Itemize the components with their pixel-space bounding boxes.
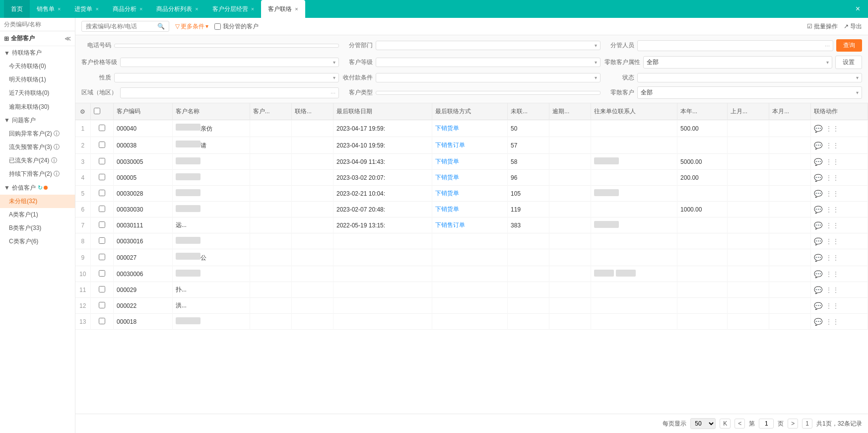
tab-customer-segment-close[interactable]: ×	[251, 6, 254, 12]
tab-product-analysis-close[interactable]: ×	[139, 6, 142, 12]
row-checkbox[interactable]	[99, 190, 105, 196]
person-input[interactable]: ···	[637, 40, 833, 51]
region-input[interactable]: ···	[120, 87, 339, 98]
last-contact-method[interactable]: 下销货单	[432, 120, 507, 137]
last-month-col-header[interactable]: 上月...	[728, 103, 769, 120]
last-contact-method[interactable]	[432, 249, 507, 266]
tab-purchase-close[interactable]: ×	[95, 6, 98, 12]
sidebar-collapse-icon[interactable]: ≪	[65, 35, 71, 42]
last-contact-method[interactable]	[432, 314, 507, 330]
tab-customer-segment[interactable]: 客户分层经营 ×	[205, 0, 261, 18]
unlink-col-header[interactable]: 未联...	[508, 103, 549, 120]
price-level-input[interactable]: ▾	[120, 58, 339, 67]
last-contact-method[interactable]: 下销售订单	[432, 137, 507, 154]
more-action-icon[interactable]: ⋮⋮	[825, 190, 839, 198]
checkbox-col-header[interactable]	[90, 103, 114, 120]
more-action-icon[interactable]: ⋮⋮	[825, 286, 839, 294]
sidebar-item-class-c[interactable]: C类客户(6)	[0, 235, 75, 248]
more-action-icon[interactable]: ⋮⋮	[825, 158, 839, 166]
row-checkbox[interactable]	[99, 158, 105, 164]
contact-action-icon[interactable]: 💬	[814, 142, 822, 149]
row-checkbox[interactable]	[99, 286, 105, 292]
value-group-refresh-icon[interactable]: ↻	[38, 184, 43, 191]
problem-group-title[interactable]: ▼ 问题客户	[0, 114, 75, 127]
contact-action-icon[interactable]: 💬	[814, 190, 822, 198]
region-dots-icon[interactable]: ···	[331, 89, 335, 96]
contact-action-icon[interactable]: 💬	[814, 174, 822, 182]
next-page-button[interactable]: >	[788, 419, 798, 429]
sidebar-item-class-a[interactable]: A类客户(1)	[0, 208, 75, 221]
my-customers-checkbox[interactable]: 我分管的客户	[214, 22, 259, 31]
contact-action-icon[interactable]: 💬	[814, 270, 822, 278]
last-contact-method[interactable]	[432, 266, 507, 282]
sidebar-item-repurchase-abnormal[interactable]: 回购异常客户(2) ⓘ	[0, 127, 75, 141]
more-action-icon[interactable]: ⋮⋮	[825, 221, 839, 229]
sidebar-item-declining[interactable]: 持续下滑客户(2) ⓘ	[0, 167, 75, 181]
more-action-icon[interactable]: ⋮⋮	[825, 254, 839, 262]
pending-group-title[interactable]: ▼ 待联络客户	[0, 46, 75, 60]
search-icon[interactable]: 🔍	[157, 23, 165, 30]
last-page-button[interactable]: 1	[802, 419, 812, 429]
prev-page-button[interactable]: <	[734, 419, 745, 429]
select-all-checkbox[interactable]	[94, 108, 100, 114]
contact-action-icon[interactable]: 💬	[814, 254, 822, 262]
tab-product-analysis[interactable]: 商品分析 ×	[106, 0, 149, 18]
more-action-icon[interactable]: ⋮⋮	[825, 318, 839, 326]
tab-purchase[interactable]: 进货单 ×	[67, 0, 105, 18]
sidebar-item-overdue-pending[interactable]: 逾期未联络(30)	[0, 100, 75, 114]
last-contact-method[interactable]: 下销货单	[432, 202, 507, 217]
tab-customer-contact[interactable]: 客户联络 ×	[261, 0, 305, 18]
contact-action-icon[interactable]: 💬	[814, 237, 822, 245]
tab-sales-close[interactable]: ×	[58, 6, 61, 12]
retail-attr-input[interactable]: 全部 ▾	[643, 56, 832, 69]
page-input[interactable]	[759, 419, 774, 429]
row-checkbox[interactable]	[99, 125, 105, 131]
first-page-button[interactable]: K	[720, 419, 731, 429]
customer-level-input[interactable]: ▾	[376, 58, 601, 67]
my-customers-check[interactable]	[214, 23, 221, 30]
more-conditions-button[interactable]: ▽ 更多条件 ▾	[175, 22, 208, 31]
query-button[interactable]: 查询	[836, 39, 862, 52]
row-checkbox[interactable]	[99, 270, 105, 277]
last-contact-method[interactable]: 下销货单	[432, 154, 507, 170]
last-contact-method[interactable]: 下销售订单	[432, 217, 507, 233]
row-checkbox[interactable]	[99, 318, 105, 324]
contact-action-icon[interactable]: 💬	[814, 286, 822, 294]
contact-action-icon[interactable]: 💬	[814, 125, 822, 133]
sidebar-item-today-pending[interactable]: 今天待联络(0)	[0, 60, 75, 73]
contact-action-icon[interactable]: 💬	[814, 206, 822, 214]
reset-button[interactable]: 设置	[835, 56, 862, 69]
row-checkbox[interactable]	[99, 142, 105, 148]
year-amt-col-header[interactable]: 本年...	[677, 103, 728, 120]
customer-type-input[interactable]	[376, 91, 601, 95]
sidebar-item-loss-warning[interactable]: 流失预警客户(3) ⓘ	[0, 141, 75, 154]
sidebar-item-class-b[interactable]: B类客户(33)	[0, 221, 75, 235]
tab-product-analysis-list[interactable]: 商品分析列表 ×	[149, 0, 205, 18]
row-checkbox[interactable]	[99, 206, 105, 212]
contacts-col-header[interactable]: 往来单位联系人	[591, 103, 677, 120]
this-month-col-header[interactable]: 本月...	[769, 103, 811, 120]
contact-action-icon[interactable]: 💬	[814, 302, 822, 310]
sidebar-item-7day-pending[interactable]: 近7天待联络(0)	[0, 86, 75, 100]
last-contact-method[interactable]	[432, 298, 507, 314]
more-action-icon[interactable]: ⋮⋮	[825, 174, 839, 182]
more-action-icon[interactable]: ⋮⋮	[825, 125, 839, 133]
retail-customer-input[interactable]: 全部 ▾	[637, 86, 862, 99]
more-action-icon[interactable]: ⋮⋮	[825, 302, 839, 310]
last-contact-method[interactable]	[432, 282, 507, 298]
more-action-icon[interactable]: ⋮⋮	[825, 237, 839, 245]
last-date-col-header[interactable]: 最后联络日期	[334, 103, 432, 120]
value-group-title[interactable]: ▼ 价值客户 ↻	[0, 181, 75, 195]
settings-col-header[interactable]: ⚙	[75, 103, 90, 120]
tab-sales[interactable]: 销售单 ×	[30, 0, 67, 18]
payment-input[interactable]: ▾	[376, 73, 601, 82]
row-checkbox[interactable]	[99, 237, 105, 244]
window-close-button[interactable]: ×	[852, 4, 864, 13]
last-contact-method[interactable]	[432, 233, 507, 249]
contact-action-icon[interactable]: 💬	[814, 318, 822, 326]
name-col-header[interactable]: 客户名称	[172, 103, 250, 120]
last-contact-method[interactable]: 下销货单	[432, 170, 507, 186]
status-input[interactable]: ▾	[637, 73, 862, 82]
bulk-ops-button[interactable]: ☑ 批量操作	[807, 22, 838, 31]
sidebar-item-ungroup[interactable]: 未分组(32)	[0, 195, 75, 208]
